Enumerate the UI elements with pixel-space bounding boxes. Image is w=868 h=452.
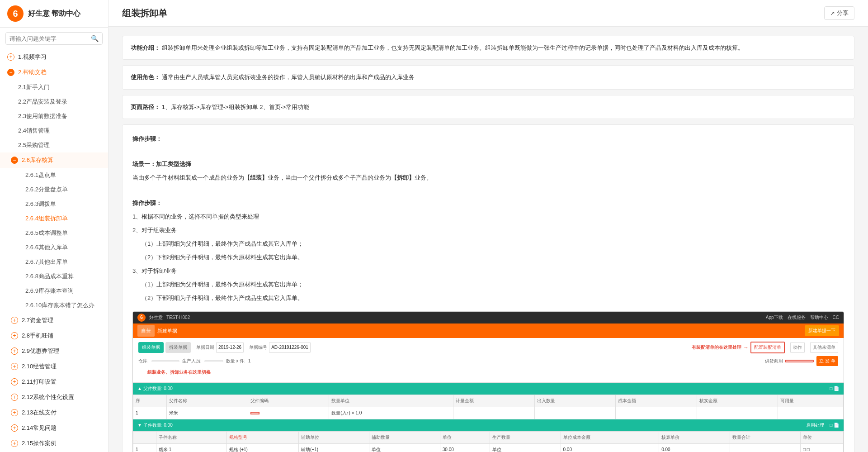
mock-tab-czd: 拆装单据 — [165, 342, 191, 353]
search-box[interactable]: 🔍 — [5, 32, 103, 45]
mock-tabs: 组装单据 拆装单据 — [138, 342, 191, 353]
sidebar-item-docs-265[interactable]: 2.6.5成本调整单 — [0, 226, 108, 240]
table-row: 1 米米 数量(入↑) × 1.0 — [133, 407, 844, 419]
sidebar-item-docs-27[interactable]: + 2.7资金管理 — [0, 313, 108, 328]
sidebar-item-docs-24[interactable]: 2.4销售管理 — [0, 124, 108, 138]
app-logo: 6 — [7, 5, 24, 22]
expand-icon-213: + — [11, 409, 18, 416]
share-button[interactable]: ↗ 分享 — [824, 6, 854, 20]
scene1-title: 场景一：加工类型选择 — [132, 158, 844, 170]
share-label: 分享 — [837, 9, 849, 17]
app-title: 好生意 帮助中心 — [28, 9, 80, 19]
sidebar-item-docs-22[interactable]: 2.2产品安装及登录 — [0, 95, 108, 109]
func-intro-label: 功能介绍： — [131, 44, 160, 51]
mock-tab-active: 自营 — [137, 325, 155, 337]
sidebar-item-docs-23[interactable]: 2.3使用前数据准备 — [0, 109, 108, 124]
step1-text: 1、根据不同的业务，选择不同单据的类型来处理 — [132, 211, 844, 223]
mock-qr-btn: 立 发 单 — [816, 356, 838, 366]
mock-tab-new: 新建单据 — [157, 326, 177, 336]
nav-section: + 1.视频学习 − 2.帮助文档 2.1新手入门 2.2产品安装及登录 2.3… — [0, 49, 108, 451]
sidebar-item-docs-212[interactable]: + 2.12系统个性化设置 — [0, 390, 108, 405]
func-intro-text: 组装拆卸单用来处理企业组装或拆卸等加工业务，支持有固定装配清单的产品加工业务，也… — [162, 44, 744, 51]
sidebar-item-docs-2610[interactable]: 2.6.10库存账本错了怎么办 — [0, 298, 108, 313]
steps-title: 操作步骤： — [132, 133, 844, 145]
step3-1-text: （1）上部明细为父件明细，最终作为原材料生成其它出库单； — [142, 279, 844, 290]
sidebar-item-docs-26-label: 2.6库存核算 — [22, 156, 53, 164]
sidebar-item-docs-264[interactable]: 2.6.4组装拆卸单 — [0, 211, 108, 226]
mock-app: 6 好生意 TEST-H002 App下载 在线服务 帮助中心 CC — [133, 312, 844, 452]
content-area: 功能介绍： 组装拆卸单用来处理企业组装或拆卸等加工业务，支持有固定装配清单的产品… — [108, 27, 868, 452]
mock-lower-table: 子件名称 规格型号 辅助单位 辅助数量 单位 生产数量 单位成本金额 核算单价 … — [133, 431, 844, 452]
expand-icon-video: + — [7, 53, 14, 61]
mock-gysy-field: 供货商用 — [765, 357, 814, 366]
main-content: 组装拆卸单 ↗ 分享 功能介绍： 组装拆卸单用来处理企业组装或拆卸等加工业务，支… — [108, 0, 868, 452]
mock-date-val: 2019-12-26 — [216, 342, 244, 353]
expand-icon-214: + — [11, 424, 18, 432]
mock-date-field: 单据日期 2019-12-26 — [196, 342, 244, 353]
mock-orange-header: 自营 新建单据 新建单据一下 — [133, 324, 844, 338]
expand-icon-28: + — [11, 332, 18, 339]
mock-gysy-input — [785, 360, 814, 362]
mock-upper-section: ▲ 父件数量: 0.00 □ 📄 — [133, 383, 844, 395]
sidebar-item-docs-261[interactable]: 2.6.1盘点单 — [0, 168, 108, 182]
sidebar-item-docs-266[interactable]: 2.6.6其他入库单 — [0, 240, 108, 255]
sidebar-item-docs-269[interactable]: 2.6.9库存账本查询 — [0, 284, 108, 298]
mock-upper-table: 序 父件名称 父件编码 数量单位 计量金额 出入数量 成本金额 核实金额 可用量 — [133, 395, 844, 419]
mock-ann3-text: 启用处理 — [806, 421, 824, 430]
sidebar-item-docs-29[interactable]: + 2.9优惠券管理 — [0, 343, 108, 359]
step2-text: 2、对于组装业务 — [132, 224, 844, 236]
mock-code-label: 单据编号 — [249, 343, 267, 352]
sidebar-item-docs-25[interactable]: 2.5采购管理 — [0, 138, 108, 152]
sidebar-item-docs-label: 2.帮助文档 — [18, 68, 47, 76]
mock-action-btn: 动作 — [790, 342, 805, 353]
mock-lower-table-wrap: 子件名称 规格型号 辅助单位 辅助数量 单位 生产数量 单位成本金额 核算单价 … — [133, 431, 844, 452]
role-block: 使用角色： 通常由生产人员或库管人员完成拆装业务的操作，库管人员确认原材料的出库… — [122, 65, 854, 89]
mock-ann1-text: 有装配清单的在这里处理 — [692, 343, 741, 352]
expand-icon-210: + — [11, 363, 18, 370]
mock-lower-section: ▼ 子件数量: 0.00 启用处理 □ 📄 — [133, 419, 844, 431]
sidebar-item-docs-26[interactable]: − 2.6库存核算 — [0, 152, 108, 168]
mock-annotation-1: 有装配清单的在这里处理 → 配置装配清单 — [692, 342, 785, 353]
sidebar: 6 好生意 帮助中心 🔍 + 1.视频学习 − 2.帮助文档 2.1新手入门 2… — [0, 0, 108, 452]
main-header: 组装拆卸单 ↗ 分享 — [108, 0, 868, 27]
sidebar-item-docs-268[interactable]: 2.6.8商品成本重算 — [0, 269, 108, 284]
sidebar-item-docs-263[interactable]: 2.6.3调拨单 — [0, 197, 108, 211]
mock-annotation-2: 组装业务、拆卸业务在这里切换 — [138, 368, 838, 377]
expand-icon-27: + — [11, 317, 18, 324]
path-label: 页面路径： — [131, 104, 160, 110]
mock-top-bar: 6 好生意 TEST-H002 App下载 在线服务 帮助中心 CC — [133, 312, 844, 324]
mock-form-area: 组装单据 拆装单据 单据日期 2019-12-26 单据编号 AD-201912… — [133, 338, 844, 383]
mock-top-right: App下载 在线服务 帮助中心 CC — [766, 313, 839, 322]
step2-1-text: （1）上部明细为父件明细，最终作为产成品生成其它入库单； — [142, 238, 844, 250]
sidebar-item-docs-210[interactable]: + 2.10经营管理 — [0, 359, 108, 374]
search-input[interactable] — [9, 35, 91, 42]
mock-logo: 6 — [137, 314, 146, 322]
sidebar-item-video-label: 1.视频学习 — [18, 53, 47, 61]
mock-pz-btn: 配置装配清单 — [750, 342, 785, 353]
step3-2-text: （2）下部明细为子件明细，最终作为产成品生成其它入库单。 — [142, 292, 844, 304]
screenshot-container: 6 好生意 TEST-H002 App下载 在线服务 帮助中心 CC — [132, 311, 844, 452]
mock-upper-table-wrap: 序 父件名称 父件编码 数量单位 计量金额 出入数量 成本金额 核实金额 可用量 — [133, 395, 844, 419]
sidebar-item-docs-21[interactable]: 2.1新手入门 — [0, 80, 108, 95]
sidebar-item-docs-211[interactable]: + 2.11打印设置 — [0, 374, 108, 390]
mock-app-name: 好生意 — [149, 313, 163, 322]
mock-test-code: TEST-H002 — [166, 313, 190, 322]
sidebar-item-docs-214[interactable]: + 2.14常见问题 — [0, 420, 108, 436]
mock-date-label: 单据日期 — [196, 343, 214, 352]
mock-secondary-row: 仓库: 生产人员: 数量 x 件: 1 供货商用 — [138, 356, 838, 366]
sidebar-item-docs-28[interactable]: + 2.8手机旺铺 — [0, 328, 108, 343]
sidebar-item-video[interactable]: + 1.视频学习 — [0, 49, 108, 65]
sidebar-item-docs-215[interactable]: + 2.15操作案例 — [0, 436, 108, 451]
role-label: 使用角色： — [131, 74, 160, 81]
scene1-desc: 当由多个子件材料组装成一个成品的业务为【组装】业务，当由一个父件拆分成多个子产品… — [132, 172, 844, 184]
search-icon[interactable]: 🔍 — [91, 35, 99, 42]
mock-lower-label: ▼ 子件数量: 0.00 — [137, 421, 173, 430]
sidebar-header: 6 好生意 帮助中心 — [0, 0, 108, 28]
sidebar-item-docs-262[interactable]: 2.6.2分量盘点单 — [0, 182, 108, 197]
sidebar-item-docs[interactable]: − 2.帮助文档 — [0, 65, 108, 80]
step3-text: 3、对于拆卸业务 — [132, 265, 844, 277]
mock-tab-zzd: 组装单据 — [138, 342, 164, 353]
mock-other-btn: 其他来源单 — [810, 342, 838, 353]
sidebar-item-docs-267[interactable]: 2.6.7其他出库单 — [0, 255, 108, 269]
sidebar-item-docs-213[interactable]: + 2.13在线支付 — [0, 405, 108, 420]
